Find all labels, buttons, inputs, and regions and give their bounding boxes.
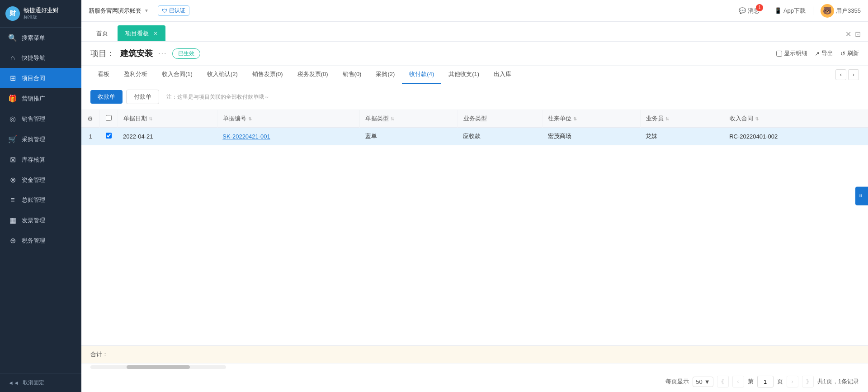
sub-tab-sales-invoice[interactable]: 销售发票(0) <box>245 66 290 84</box>
search-icon: 🔍 <box>8 33 17 42</box>
sub-tab-income-confirm[interactable]: 收入确认(2) <box>200 66 245 84</box>
page-number-input[interactable] <box>757 376 774 387</box>
col-number: 单据编号 ⇅ <box>217 110 359 128</box>
topbar-divider <box>767 6 767 15</box>
tab-close-icon[interactable]: ✕ <box>153 30 158 37</box>
pin-icon: ◄◄ <box>8 380 19 386</box>
sidebar-logo: 财 畅捷通好业财 标准版 <box>0 0 81 28</box>
row-date: 2022-04-21 <box>118 128 217 145</box>
receipt-btn[interactable]: 收款单 <box>90 90 123 104</box>
topbar-divider-2 <box>813 6 813 15</box>
sub-tab-other-expense[interactable]: 其他收支(1) <box>441 66 486 84</box>
content-note: 注：这里是与项目关联的全部收付款单哦～ <box>166 93 269 101</box>
sub-tab-tax-invoice[interactable]: 税务发票(0) <box>290 66 335 84</box>
show-detail-checkbox[interactable] <box>776 51 782 57</box>
sub-tabs-next-btn[interactable]: › <box>848 69 859 80</box>
project-more-btn[interactable]: ··· <box>158 49 167 57</box>
inventory-icon: ⊠ <box>8 155 17 164</box>
sidebar-item-tax[interactable]: ⊕ 税务管理 <box>0 230 81 251</box>
project-label: 项目： <box>90 48 115 59</box>
avatar: 🐻 <box>821 4 834 18</box>
col-date: 单据日期 ⇅ <box>118 110 217 128</box>
row-partner: 宏茂商场 <box>542 128 641 145</box>
gift-icon: 🎁 <box>8 94 17 103</box>
pagination: 每页显示 50 ▼ ⟪ ‹ 第 页 › ⟫ 共1页，1条记录 <box>81 371 868 392</box>
message-icon: 💬 <box>739 7 746 14</box>
account-selector[interactable]: 新服务官网演示账套 ▼ <box>89 7 149 15</box>
ledger-icon: ≡ <box>8 196 17 204</box>
row-type: 蓝单 <box>360 128 458 145</box>
sidebar-item-invoice[interactable]: ▦ 发票管理 <box>0 210 81 230</box>
sidebar-item-marketing[interactable]: 🎁 营销推广 <box>0 88 81 109</box>
tab-home[interactable]: 首页 <box>89 25 116 41</box>
sidebar-item-sales-mgmt[interactable]: ◎ 销售管理 <box>0 109 81 129</box>
pagination-first-btn[interactable]: ⟪ <box>717 376 729 387</box>
invoice-icon: ▦ <box>8 216 17 225</box>
sidebar-item-capital[interactable]: ⊗ 资金管理 <box>0 170 81 190</box>
tax-icon: ⊕ <box>8 236 17 245</box>
col-salesperson: 业务员 ⇅ <box>640 110 724 128</box>
scrollbar-thumb[interactable] <box>127 365 190 369</box>
sidebar-item-purchase-mgmt[interactable]: 🛒 采购管理 <box>0 129 81 149</box>
pagination-last-btn[interactable]: ⟫ <box>802 376 814 387</box>
message-badge: 1 <box>756 4 763 11</box>
page-size-selector[interactable]: 50 ▼ <box>693 377 713 387</box>
home-icon: ⌂ <box>8 54 17 62</box>
sort-icon-type: ⇅ <box>391 116 394 121</box>
topbar-right: 💬 消息 1 📱 App下载 🐻 用户3355 <box>739 4 861 18</box>
row-checkbox[interactable] <box>106 133 112 139</box>
table-footer: 合计： <box>81 345 868 363</box>
cancel-fixed-btn[interactable]: ◄◄ 取消固定 <box>0 373 81 392</box>
row-salesperson: 龙妹 <box>640 128 724 145</box>
page-suffix: 页 <box>777 378 783 386</box>
sub-tab-kanban[interactable]: 看板 <box>90 66 117 84</box>
sub-tab-sales[interactable]: 销售(0) <box>335 66 369 84</box>
tab-project-board[interactable]: 项目看板 ✕ <box>118 25 165 41</box>
col-type: 单据类型 ⇅ <box>360 110 458 128</box>
table-settings-icon[interactable]: ⚙ <box>87 115 93 122</box>
tabs-window-controls: ✕ ⊡ <box>845 30 861 41</box>
right-panel-btn[interactable]: ≡ <box>855 186 868 205</box>
row-number-link: SK-20220421-001 <box>217 128 359 145</box>
refresh-btn[interactable]: ↺ 刷新 <box>840 49 859 57</box>
sub-tab-in-out[interactable]: 出入库 <box>486 66 519 84</box>
page-content: 项目： 建筑安装 ··· 已生效 显示明细 ↗ 导出 ↺ 刷新 <box>81 42 868 392</box>
receipt-number-link[interactable]: SK-20220421-001 <box>222 133 270 140</box>
certified-badge: 🛡 已认证 <box>158 5 189 16</box>
logo-text: 畅捷通好业财 标准版 <box>24 7 59 21</box>
content-actions: 收款单 付款单 注：这里是与项目关联的全部收付款单哦～ <box>81 84 868 110</box>
table-row[interactable]: 1 2022-04-21 SK-20220421-001 蓝单 应收款 宏茂商场… <box>81 128 868 145</box>
maximize-window-btn[interactable]: ⊡ <box>855 30 861 38</box>
close-window-btn[interactable]: ✕ <box>845 30 851 38</box>
row-biz-type: 应收款 <box>458 128 542 145</box>
sort-icon-date: ⇅ <box>149 116 152 121</box>
page-size-arrow: ▼ <box>704 378 710 385</box>
pagination-next-btn[interactable]: › <box>787 376 798 387</box>
horizontal-scrollbar[interactable] <box>90 365 226 369</box>
main-area: 新服务官网演示账套 ▼ 🛡 已认证 💬 消息 1 📱 App下载 🐻 用 <box>81 0 868 392</box>
app-download-btn[interactable]: 📱 App下载 <box>774 7 806 15</box>
sub-tab-income-contract[interactable]: 收入合同(1) <box>155 66 200 84</box>
project-name: 建筑安装 <box>120 48 153 59</box>
sidebar-item-search[interactable]: 🔍 搜索菜单 <box>0 28 81 48</box>
sub-tab-profit[interactable]: 盈利分析 <box>117 66 155 84</box>
table-checkbox-header <box>99 110 118 128</box>
scroll-row <box>81 363 868 371</box>
payment-btn[interactable]: 付款单 <box>126 90 159 104</box>
export-icon: ↗ <box>815 50 820 57</box>
sub-tabs-prev-btn[interactable]: ‹ <box>835 69 846 80</box>
sub-tab-purchase[interactable]: 采购(2) <box>368 66 402 84</box>
user-profile-btn[interactable]: 🐻 用户3355 <box>821 4 861 18</box>
pagination-prev-btn[interactable]: ‹ <box>732 376 744 387</box>
export-btn[interactable]: ↗ 导出 <box>815 49 833 57</box>
message-btn[interactable]: 💬 消息 1 <box>739 7 760 15</box>
show-detail-toggle[interactable]: 显示明细 <box>776 49 807 57</box>
sidebar-item-quick-nav[interactable]: ⌂ 快捷导航 <box>0 48 81 68</box>
sidebar-item-ledger[interactable]: ≡ 总账管理 <box>0 190 81 210</box>
sidebar-item-project-contract[interactable]: ⊞ 项目合同 <box>0 68 81 88</box>
sidebar-item-inventory[interactable]: ⊠ 库存核算 <box>0 149 81 170</box>
sidebar-nav: 🔍 搜索菜单 ⌂ 快捷导航 ⊞ 项目合同 🎁 营销推广 ◎ 销售管理 🛒 采购管… <box>0 28 81 373</box>
select-all-checkbox[interactable] <box>106 115 112 121</box>
sub-tab-receipt[interactable]: 收付款(4) <box>402 66 441 84</box>
mobile-icon: 📱 <box>774 7 782 14</box>
